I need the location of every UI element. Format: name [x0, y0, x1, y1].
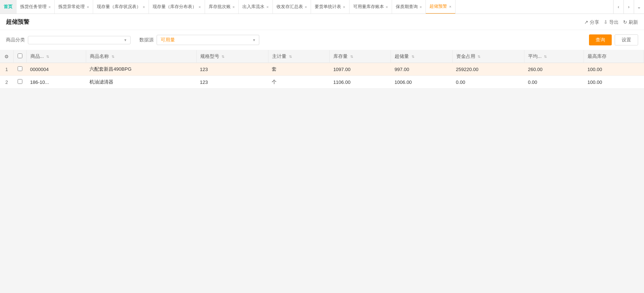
tab-5[interactable]: 库存批次账 × [205, 0, 239, 14]
tab-label: 保质期查询 [396, 4, 418, 10]
close-icon[interactable]: × [48, 5, 51, 9]
page-title: 超储预警 [6, 18, 29, 26]
header-over-stock[interactable]: 超储量 ⇅ [391, 50, 452, 63]
select-all-checkbox[interactable] [18, 53, 22, 58]
refresh-label: 刷新 [629, 19, 638, 26]
header-unit[interactable]: 主计量 ⇅ [268, 50, 329, 63]
tab-4[interactable]: 现存量（库存分布表） × [149, 0, 205, 14]
category-select[interactable]: ▾ [28, 36, 131, 44]
nav-right-arrow[interactable]: › [623, 0, 634, 14]
sort-icon: ⇅ [544, 55, 547, 59]
export-button[interactable]: ⇩ 导出 [604, 19, 619, 26]
close-icon[interactable]: × [87, 5, 89, 9]
nav-arrows: ‹ › ⌄ [613, 0, 644, 14]
tab-label: 现存量（库存分布表） [153, 4, 197, 10]
chevron-down-icon: ▾ [253, 38, 255, 42]
datasource-select[interactable]: 可用量 ▾ [157, 35, 259, 45]
sort-icon: ⇅ [350, 55, 353, 59]
refresh-icon: ↻ [623, 19, 627, 25]
tab-6[interactable]: 出入库流水 × [239, 0, 272, 14]
cell-product-name: 机油滤清器 [86, 76, 196, 89]
cell-product-code: 0000004 [26, 63, 86, 76]
sort-icon: ⇅ [111, 55, 114, 59]
tab-11[interactable]: 超储预警 × [426, 0, 455, 14]
cell-stock: 1106.00 [330, 76, 391, 89]
tab-3[interactable]: 现存量（库存状况表） × [93, 0, 149, 14]
share-icon: ↗ [584, 19, 588, 25]
cell-over-stock: 997.00 [391, 63, 452, 76]
cell-capital: 0.00 [452, 76, 524, 89]
gear-icon[interactable]: ⚙ [4, 54, 9, 59]
share-button[interactable]: ↗ 分享 [584, 19, 599, 26]
cell-product-name: 六配套新昌490BPG [86, 63, 196, 76]
row-checkbox-cell[interactable] [13, 63, 26, 76]
sort-icon: ⇅ [411, 55, 414, 59]
cell-capital: 259220.00 [452, 63, 524, 76]
header-checkbox[interactable] [13, 50, 26, 63]
data-table: ⚙ 商品... ⇅ 商品名称 ⇅ 规格型号 ⇅ 主计量 [0, 50, 644, 89]
close-icon[interactable]: × [198, 5, 201, 9]
cell-max-stock: 100.00 [584, 76, 644, 89]
close-icon[interactable]: × [305, 5, 307, 9]
tab-10[interactable]: 保质期查询 × [392, 0, 426, 14]
cell-stock: 1097.00 [330, 63, 391, 76]
datasource-value: 可用量 [161, 37, 175, 43]
topbar: 首页 拣货任务管理 × 拣货异常处理 × 现存量（库存状况表） × 现存量（库存… [0, 0, 644, 14]
row-number: 2 [0, 76, 13, 89]
row-checkbox[interactable] [18, 79, 22, 84]
cell-max-stock: 100.00 [584, 63, 644, 76]
close-icon[interactable]: × [449, 4, 451, 9]
cell-avg: 0.00 [524, 76, 583, 89]
close-icon[interactable]: × [143, 5, 145, 9]
close-icon[interactable]: × [343, 5, 345, 9]
refresh-button[interactable]: ↻ 刷新 [623, 19, 638, 26]
table-row: 2 186-10... 机油滤清器 123 个 1106.00 1006.00 … [0, 76, 644, 89]
cell-spec: 123 [196, 63, 268, 76]
sort-icon: ⇅ [222, 55, 224, 59]
category-label: 商品分类 [6, 37, 25, 43]
table-row: 1 0000004 六配套新昌490BPG 123 套 1097.00 997.… [0, 63, 644, 76]
chevron-down-icon: ▾ [124, 38, 127, 42]
header-product-code[interactable]: 商品... ⇅ [26, 50, 86, 63]
header-capital[interactable]: 资金占用 ⇅ [452, 50, 524, 63]
home-label: 首页 [4, 4, 12, 10]
nav-more-arrow[interactable]: ⌄ [634, 0, 644, 14]
cell-product-code: 186-10... [26, 76, 86, 89]
page-header: 超储预警 ↗ 分享 ⇩ 导出 ↻ 刷新 [0, 14, 644, 30]
export-label: 导出 [609, 19, 619, 26]
table-header-row: ⚙ 商品... ⇅ 商品名称 ⇅ 规格型号 ⇅ 主计量 [0, 50, 644, 63]
header-avg[interactable]: 平均... ⇅ [524, 50, 583, 63]
row-checkbox[interactable] [18, 66, 22, 71]
cell-unit: 套 [268, 63, 329, 76]
close-icon[interactable]: × [420, 5, 422, 9]
cell-over-stock: 1006.00 [391, 76, 452, 89]
settings-button[interactable]: 设置 [615, 34, 638, 45]
tab-label: 现存量（库存状况表） [97, 4, 141, 10]
tab-home[interactable]: 首页 [0, 0, 17, 14]
tab-9[interactable]: 可用量库存账本 × [350, 0, 392, 14]
nav-left-arrow[interactable]: ‹ [613, 0, 623, 14]
tab-label: 收发存汇总表 [277, 4, 303, 10]
header-actions: ↗ 分享 ⇩ 导出 ↻ 刷新 [584, 19, 638, 26]
header-product-name[interactable]: 商品名称 ⇅ [86, 50, 196, 63]
tab-label: 拣货异常处理 [58, 4, 85, 10]
close-icon[interactable]: × [233, 5, 235, 9]
close-icon[interactable]: × [386, 5, 388, 9]
header-spec[interactable]: 规格型号 ⇅ [196, 50, 268, 63]
sort-icon: ⇅ [477, 55, 480, 59]
header-max-stock[interactable]: 最高库存 [584, 50, 644, 63]
tab-2[interactable]: 拣货异常处理 × [55, 0, 93, 14]
close-icon[interactable]: × [266, 5, 268, 9]
sort-icon: ⇅ [46, 55, 49, 59]
tab-8[interactable]: 要货单统计表 × [311, 0, 349, 14]
tab-label: 超储预警 [429, 3, 447, 10]
header-stock[interactable]: 库存量 ⇅ [330, 50, 391, 63]
tab-label: 拣货任务管理 [20, 4, 47, 10]
tab-1[interactable]: 拣货任务管理 × [17, 0, 55, 14]
tab-7[interactable]: 收发存汇总表 × [273, 0, 311, 14]
category-filter: 商品分类 ▾ [6, 36, 131, 44]
query-button[interactable]: 查询 [589, 34, 612, 45]
tab-label: 要货单统计表 [315, 4, 341, 10]
header-gear[interactable]: ⚙ [0, 50, 13, 63]
row-checkbox-cell[interactable] [13, 76, 26, 89]
